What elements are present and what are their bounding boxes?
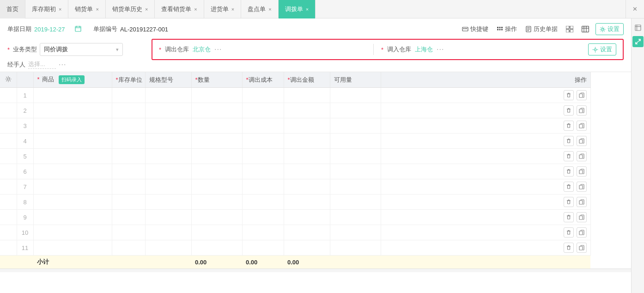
row-cost-cell[interactable] [242,225,284,240]
copy-row-button[interactable] [577,227,587,238]
row-unit-cell[interactable] [112,118,145,134]
delete-row-button[interactable] [564,197,574,207]
row-qty-cell[interactable] [191,225,242,240]
row-unit-cell[interactable] [112,195,145,210]
row-amount-cell[interactable] [284,179,330,195]
tab-inventory-init[interactable]: 库存期初 × [25,0,68,18]
row-goods-cell[interactable] [33,179,112,195]
out-warehouse-more-button[interactable]: ··· [214,45,222,54]
copy-row-button[interactable] [577,166,587,177]
row-amount-cell[interactable] [284,118,330,134]
in-warehouse-value[interactable]: 上海仓 [415,45,433,54]
date-value[interactable]: 2019-12-27 [34,26,71,33]
delete-row-button[interactable] [564,90,574,100]
row-amount-cell[interactable] [284,149,330,164]
close-sales-order-icon[interactable]: × [96,6,98,12]
delete-row-button[interactable] [564,243,574,253]
row-cost-cell[interactable] [242,88,284,103]
close-view-sales-icon[interactable]: × [194,6,197,12]
shortcuts-button[interactable]: 快捷键 [460,24,490,34]
row-goods-cell[interactable] [33,195,112,210]
copy-row-button[interactable] [577,121,587,131]
row-amount-cell[interactable] [284,195,330,210]
grid-view-button[interactable] [580,25,591,33]
close-sales-history-icon[interactable]: × [145,6,148,12]
copy-row-button[interactable] [577,90,587,100]
warehouse-settings-button[interactable]: 设置 [588,43,616,55]
row-cost-cell[interactable] [242,210,284,225]
row-amount-cell[interactable] [284,164,330,179]
row-cost-cell[interactable] [242,118,284,134]
row-goods-cell[interactable] [33,210,112,225]
row-amount-cell[interactable] [284,210,330,225]
row-amount-cell[interactable] [284,88,330,103]
delete-row-button[interactable] [564,182,574,192]
row-amount-cell[interactable] [284,240,330,256]
delete-row-button[interactable] [564,227,574,238]
row-qty-cell[interactable] [191,149,242,164]
row-spec-cell[interactable] [145,149,191,164]
row-goods-cell[interactable] [33,149,112,164]
row-cost-cell[interactable] [242,164,284,179]
row-amount-cell[interactable] [284,225,330,240]
row-goods-cell[interactable] [33,118,112,134]
row-qty-cell[interactable] [191,88,242,103]
row-unit-cell[interactable] [112,225,145,240]
row-goods-cell[interactable] [33,88,112,103]
copy-row-button[interactable] [577,105,587,116]
tab-purchase-order[interactable]: 进货单 × [204,0,241,18]
copy-row-button[interactable] [577,136,587,146]
tab-view-sales[interactable]: 查看销货单 × [155,0,204,18]
delete-row-button[interactable] [564,136,574,146]
row-amount-cell[interactable] [284,103,330,118]
delete-row-button[interactable] [564,151,574,161]
row-spec-cell[interactable] [145,210,191,225]
settings-button[interactable]: 设置 [595,23,624,35]
copy-row-button[interactable] [577,243,587,253]
row-unit-cell[interactable] [112,134,145,149]
row-cost-cell[interactable] [242,103,284,118]
row-amount-cell[interactable] [284,134,330,149]
row-spec-cell[interactable] [145,164,191,179]
row-cost-cell[interactable] [242,179,284,195]
calendar-icon[interactable] [74,25,82,33]
tab-transfer[interactable]: 调拨单 × [279,0,316,18]
tab-home[interactable]: 首页 [0,0,25,18]
row-unit-cell[interactable] [112,103,145,118]
delete-row-button[interactable] [564,121,574,131]
delete-row-button[interactable] [564,166,574,177]
row-qty-cell[interactable] [191,210,242,225]
operations-button[interactable]: 操作 [495,24,519,34]
row-cost-cell[interactable] [242,134,284,149]
person-input[interactable]: 选择... [28,60,56,69]
row-unit-cell[interactable] [112,149,145,164]
history-button[interactable]: 历史单据 [523,24,559,34]
row-cost-cell[interactable] [242,149,284,164]
row-qty-cell[interactable] [191,179,242,195]
sidebar-expand-icon[interactable] [632,36,644,47]
row-goods-cell[interactable] [33,134,112,149]
row-spec-cell[interactable] [145,195,191,210]
row-cost-cell[interactable] [242,195,284,210]
row-qty-cell[interactable] [191,118,242,134]
row-goods-cell[interactable] [33,103,112,118]
in-warehouse-more-button[interactable]: ··· [437,45,444,54]
copy-row-button[interactable] [577,151,587,161]
copy-row-button[interactable] [577,197,587,207]
row-unit-cell[interactable] [112,88,145,103]
row-spec-cell[interactable] [145,134,191,149]
window-close-button[interactable]: ✕ [626,0,644,18]
row-qty-cell[interactable] [191,103,242,118]
tab-sales-history[interactable]: 销货单历史 × [106,0,155,18]
row-goods-cell[interactable] [33,164,112,179]
row-qty-cell[interactable] [191,195,242,210]
close-inventory-check-icon[interactable]: × [268,6,271,12]
person-more-button[interactable]: ··· [59,61,66,69]
delete-row-button[interactable] [564,105,574,116]
row-spec-cell[interactable] [145,225,191,240]
sidebar-list-icon[interactable] [632,22,644,33]
row-spec-cell[interactable] [145,240,191,256]
tab-inventory-check[interactable]: 盘点单 × [241,0,278,18]
row-unit-cell[interactable] [112,164,145,179]
out-warehouse-value[interactable]: 北京仓 [193,45,211,54]
